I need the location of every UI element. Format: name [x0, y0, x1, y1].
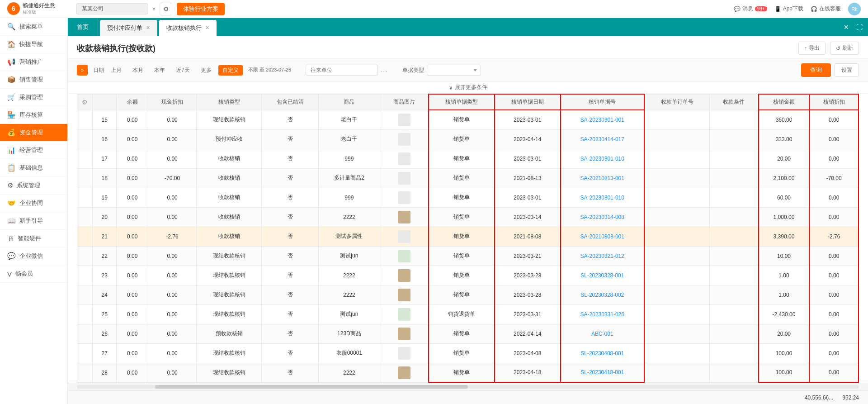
- cell-writeoff-type: 现结收款核销: [197, 343, 262, 363]
- cell-product: 2222: [318, 207, 380, 227]
- sidebar-item-inventory[interactable]: 🏪 库存核算: [0, 106, 67, 124]
- partner-dots[interactable]: ...: [381, 67, 388, 73]
- close-window-button[interactable]: ✕: [842, 22, 851, 33]
- cell-writeoff-discount: 0.00: [809, 110, 859, 129]
- col-header-bill-date: 核销单据日期: [495, 94, 561, 110]
- query-button[interactable]: 查询: [801, 63, 831, 77]
- tab-home[interactable]: 首页: [68, 18, 98, 36]
- expand-more-button[interactable]: ∨ 展开更多条件: [449, 84, 487, 91]
- cell-bill-no: SA-20210808-001: [561, 227, 644, 246]
- cell-receipt-order: [644, 343, 710, 363]
- sidebar-label-member: 畅会员: [15, 270, 33, 278]
- filter-settings-button[interactable]: 设置: [835, 63, 859, 77]
- date-last-month[interactable]: 上月: [107, 65, 126, 76]
- cell-writeoff-amount: 10.00: [759, 246, 810, 266]
- cell-bill-type: 销货退货单: [429, 304, 495, 324]
- logo-subtitle: 标准版: [23, 9, 55, 15]
- tab-prepayment[interactable]: 预付冲应付单 ✕: [100, 20, 157, 36]
- sidebar-item-marketing[interactable]: 📢 营销推广: [0, 53, 67, 71]
- col-header-writeoff-type: 核销类型: [197, 94, 262, 110]
- member-icon: V: [7, 270, 12, 278]
- cell-balance: 0.00: [117, 149, 148, 168]
- date-last-7-days[interactable]: 近7天: [172, 65, 194, 76]
- sidebar-item-system[interactable]: ⚙ 系统管理: [0, 177, 67, 195]
- cell-cash-discount: 0.00: [148, 343, 197, 363]
- sidebar-item-basics[interactable]: 📋 基础信息: [0, 159, 67, 177]
- date-this-year[interactable]: 本年: [150, 65, 169, 76]
- bill-no-link[interactable]: SA-20230321-012: [580, 253, 624, 259]
- tab-writeoff[interactable]: 收款核销执行 ✕: [159, 20, 217, 36]
- app-logo: 6 畅捷通好生意 标准版: [7, 2, 71, 15]
- sidebar-item-purchase[interactable]: 🛒 采购管理: [0, 89, 67, 106]
- cell-writeoff-discount: 0.00: [809, 246, 859, 266]
- expand-window-button[interactable]: ⛶: [854, 22, 864, 33]
- sidebar-item-hardware[interactable]: 🖥 智能硬件: [0, 230, 67, 247]
- app-download[interactable]: 📱 App下载: [774, 5, 803, 13]
- sidebar-item-guide[interactable]: 📖 新手引导: [0, 212, 67, 230]
- sidebar-item-finance[interactable]: 💰 资金管理: [0, 124, 67, 142]
- bill-no-link[interactable]: SA-20230301-010: [580, 195, 624, 201]
- sidebar-item-sales[interactable]: 📦 销售管理: [0, 71, 67, 89]
- col-header-payment-terms: 收款条件: [710, 94, 759, 110]
- date-this-month[interactable]: 本月: [128, 65, 147, 76]
- sidebar-item-member[interactable]: V 畅会员: [0, 265, 67, 283]
- partner-input[interactable]: [306, 65, 378, 76]
- cell-bill-type: 销货单: [429, 343, 495, 363]
- sidebar-item-collab[interactable]: 🤝 企业协同: [0, 195, 67, 212]
- cell-product: 999: [318, 149, 380, 168]
- column-settings-icon[interactable]: ⚙: [82, 99, 88, 106]
- refresh-icon: ↺: [836, 45, 840, 52]
- bill-no-link[interactable]: SL-20230418-001: [580, 369, 624, 375]
- cell-bill-date: 2022-04-14: [495, 324, 561, 343]
- bill-no-link[interactable]: SA-20230414-017: [580, 136, 624, 143]
- sidebar-item-wechat[interactable]: 💬 企业微信: [0, 247, 67, 265]
- dropdown-icon[interactable]: ▾: [153, 6, 155, 11]
- cell-bill-date: 2023-03-14: [495, 207, 561, 227]
- bill-no-link[interactable]: SL-20230328-001: [580, 272, 624, 279]
- col-header-settings[interactable]: ⚙: [77, 94, 93, 110]
- bill-type-select[interactable]: [427, 65, 481, 76]
- message-badge[interactable]: 💬 消息 99+: [734, 5, 767, 13]
- tab-prepayment-close[interactable]: ✕: [146, 25, 150, 31]
- sidebar-item-quicknav[interactable]: 🏠 快捷导航: [0, 36, 67, 53]
- bill-no-link[interactable]: SL-20230408-001: [580, 350, 624, 356]
- sidebar-item-operations[interactable]: 📊 经营管理: [0, 142, 67, 159]
- user-avatar[interactable]: Rit: [848, 3, 861, 15]
- bill-no-link[interactable]: SA-20230301-010: [580, 156, 624, 162]
- bill-no-link[interactable]: SL-20230328-002: [580, 292, 624, 298]
- export-button[interactable]: ↑ 导出: [798, 42, 826, 55]
- sidebar: 🔍 搜索菜单 🏠 快捷导航 📢 营销推广 📦 销售管理 🛒 采购管理 🏪 库存核…: [0, 18, 68, 404]
- sidebar-label-basics: 基础信息: [19, 164, 43, 172]
- tab-writeoff-close[interactable]: ✕: [205, 25, 209, 31]
- bill-no-link[interactable]: ABC-001: [591, 331, 613, 337]
- cell-cash-discount: 0.00: [148, 149, 197, 168]
- table-scrollbar[interactable]: [68, 383, 868, 390]
- scroll-track[interactable]: [77, 385, 859, 389]
- date-more[interactable]: 更多: [197, 65, 216, 76]
- sidebar-item-search[interactable]: 🔍 搜索菜单: [0, 18, 67, 36]
- bill-no-link[interactable]: SA-20210813-001: [580, 175, 624, 181]
- cell-bill-no: SA-20230301-001: [561, 110, 644, 129]
- cell-receipt-order: [644, 110, 710, 129]
- bill-no-link[interactable]: SA-20210808-001: [580, 233, 624, 240]
- online-service[interactable]: 🎧 在线客服: [811, 5, 841, 13]
- refresh-button[interactable]: ↺ 刷新: [830, 42, 859, 55]
- cell-bill-date: 2023-03-01: [495, 188, 561, 207]
- date-range-display: 不限 至 2023-07-26: [248, 67, 291, 73]
- bill-no-link[interactable]: SA-20230314-008: [580, 214, 624, 220]
- scroll-thumb[interactable]: [155, 385, 468, 389]
- settings-button[interactable]: ⚙: [160, 3, 172, 15]
- cell-product-img: [380, 304, 429, 324]
- bill-no-link[interactable]: SA-20230331-026: [580, 311, 624, 318]
- bill-no-link[interactable]: SA-20230301-001: [580, 117, 624, 123]
- col-header-seq: [93, 94, 117, 110]
- cell-product: 多计量商品2: [318, 168, 380, 188]
- trial-button[interactable]: 体验行业方案: [177, 3, 225, 15]
- company-name[interactable]: 某某公司: [76, 3, 148, 14]
- page-title: 收款核销执行(按收款): [77, 43, 156, 54]
- date-custom[interactable]: 自定义: [218, 65, 243, 76]
- filter-toggle-button[interactable]: »: [77, 65, 88, 76]
- cell-writeoff-type: 现结收款核销: [197, 246, 262, 266]
- cell-bill-date: 2021-08-08: [495, 227, 561, 246]
- sidebar-label-finance: 资金管理: [19, 128, 43, 137]
